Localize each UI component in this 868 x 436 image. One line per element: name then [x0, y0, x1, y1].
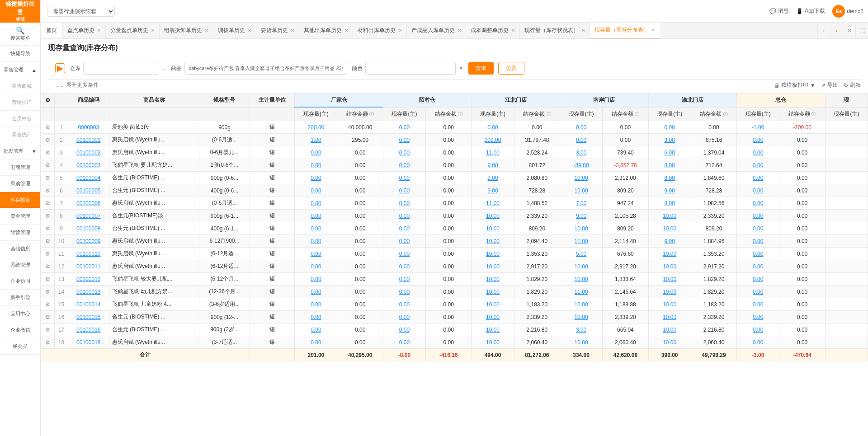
td-code[interactable]: 00100016 [68, 323, 109, 336]
td-mc-qty[interactable]: 0.00 [383, 134, 425, 146]
td-code[interactable]: 00100008 [68, 222, 109, 235]
td-fc-qty[interactable]: 0.00 [295, 184, 337, 197]
td-settings[interactable]: ⚙ [41, 311, 55, 323]
tab-inventory-count[interactable]: 盘点单历史 ✕ [63, 23, 106, 39]
td-code[interactable]: 00100010 [68, 248, 109, 260]
td-code[interactable]: 0000003 [68, 121, 109, 134]
td-mc-qty[interactable]: 0.00 [383, 311, 425, 323]
td-mc-qty[interactable]: 0.00 [383, 210, 425, 222]
td-jb-qty[interactable]: 11.00 [472, 146, 514, 159]
td-yb-qty[interactable]: 10.00 [648, 336, 691, 349]
td-settings[interactable]: ⚙ [41, 172, 55, 184]
td-fc-qty[interactable]: 0.00 [295, 286, 337, 298]
td-yb-qty[interactable]: 10.00 [648, 286, 691, 298]
td-code[interactable]: 00100006 [68, 197, 109, 210]
td-yb-qty[interactable]: 6.00 [648, 146, 691, 159]
td-total-qty[interactable]: 0.00 [737, 210, 779, 222]
td-code[interactable]: 00100014 [68, 298, 109, 311]
settings-button[interactable]: 设置 [498, 62, 524, 75]
td-na-qty[interactable]: 10.00 [560, 172, 603, 184]
td-settings[interactable]: ⚙ [41, 286, 55, 298]
td-jb-qty[interactable]: 10.00 [472, 323, 514, 336]
sidebar-item-retail-shop[interactable]: 零售商城 [0, 78, 40, 94]
sidebar-item-search[interactable]: 🔍 搜索英单 [0, 23, 40, 46]
td-mc-qty[interactable]: 0.00 [383, 184, 425, 197]
tab-stock-dist-close[interactable]: ✕ [651, 28, 655, 33]
sidebar-item-quicknav[interactable]: 快捷导航 [0, 46, 40, 62]
td-jb-qty[interactable]: 10.00 [472, 235, 514, 248]
td-na-qty[interactable]: 10.00 [560, 222, 603, 235]
td-total-qty[interactable]: 0.00 [737, 298, 779, 311]
td-code[interactable]: 00100015 [68, 311, 109, 323]
sidebar-item-ops[interactable]: 经营管理 [0, 225, 40, 241]
td-code[interactable]: 00100009 [68, 235, 109, 248]
td-total-qty[interactable]: 0.00 [737, 184, 779, 197]
td-code[interactable]: 00100001 [68, 134, 109, 146]
tab-assemble[interactable]: 组装拆卸单历史 ✕ [160, 23, 213, 39]
tab-stock-status-close[interactable]: ✕ [581, 28, 585, 33]
td-settings[interactable]: ⚙ [41, 210, 55, 222]
td-total-qty[interactable]: 0.00 [737, 197, 779, 210]
td-fc-qty[interactable]: 0.00 [295, 298, 337, 311]
td-jb-qty[interactable]: 10.00 [472, 286, 514, 298]
td-fc-qty[interactable]: 0.00 [295, 222, 337, 235]
td-fc-qty[interactable]: 0.00 [295, 260, 337, 273]
td-na-qty[interactable]: 11.00 [560, 235, 603, 248]
td-mc-qty[interactable]: 0.00 [383, 323, 425, 336]
td-code[interactable]: 00100005 [68, 184, 109, 197]
tab-material-out[interactable]: 材料出库单历史 ✕ [353, 23, 407, 39]
td-settings[interactable]: ⚙ [41, 121, 55, 134]
td-total-qty[interactable]: -1.00 [737, 121, 779, 134]
color-input[interactable] [365, 62, 456, 75]
tab-stock-status[interactable]: 现存量（库存状况表） ✕ [520, 23, 590, 39]
tab-sub-count-close[interactable]: ✕ [151, 28, 155, 33]
td-jb-qty[interactable]: 10.00 [472, 311, 514, 323]
td-na-qty[interactable]: 3.00 [560, 323, 603, 336]
filter-expand-button[interactable]: ▶ [55, 63, 65, 73]
td-yb-qty[interactable]: 3.00 [648, 134, 691, 146]
more-conditions-btn[interactable]: 展开更多条件 [66, 81, 99, 89]
td-settings[interactable]: ⚙ [41, 298, 55, 311]
tab-next-btn[interactable]: › [830, 23, 843, 39]
td-yb-qty[interactable]: 0.00 [648, 121, 691, 134]
td-fc-qty[interactable]: 0.00 [295, 159, 337, 172]
td-fc-qty[interactable]: 1.00 [295, 134, 337, 146]
sidebar-item-member[interactable]: 会员中心 [0, 111, 40, 127]
td-settings[interactable]: ⚙ [41, 273, 55, 286]
td-mc-qty[interactable]: 0.00 [383, 260, 425, 273]
td-jb-qty[interactable]: 10.00 [472, 260, 514, 273]
td-code[interactable]: 00100007 [68, 210, 109, 222]
sidebar-item-system[interactable]: 系统管理 [0, 257, 40, 273]
tab-transfer-close[interactable]: ✕ [248, 28, 251, 33]
td-na-qty[interactable]: 7.00 [560, 197, 603, 210]
tab-expand-btn[interactable]: ⛶ [855, 23, 868, 39]
goods-input[interactable] [184, 62, 347, 75]
tab-other-out[interactable]: 其他出库单历史 ✕ [299, 23, 353, 39]
td-total-qty[interactable]: 0.00 [737, 311, 779, 323]
tab-assemble-close[interactable]: ✕ [205, 28, 208, 33]
sidebar-item-marketing[interactable]: 营销推广 [0, 94, 40, 111]
td-settings[interactable]: ⚙ [41, 146, 55, 159]
td-jb-qty[interactable]: 10.00 [472, 210, 514, 222]
td-code[interactable]: 00100018 [68, 336, 109, 349]
sidebar-item-member2[interactable]: 畅会员 [0, 338, 40, 355]
tab-transfer[interactable]: 调拨单历史 ✕ [213, 23, 256, 39]
td-jb-qty[interactable]: 9.00 [472, 172, 514, 184]
td-fc-qty[interactable]: 0.00 [295, 235, 337, 248]
td-na-qty[interactable]: 5.00 [560, 248, 603, 260]
refresh-button[interactable]: ↻ 刷新 [844, 81, 861, 89]
td-code[interactable]: 00100012 [68, 273, 109, 286]
td-total-qty[interactable]: 0.00 [737, 134, 779, 146]
query-button[interactable]: 查询 [468, 62, 494, 75]
td-total-qty[interactable]: 0.00 [737, 260, 779, 273]
tab-prev-btn[interactable]: ‹ [817, 23, 830, 39]
td-total-qty[interactable]: 0.00 [737, 273, 779, 286]
td-na-qty[interactable]: 10.00 [560, 184, 603, 197]
tab-order[interactable]: 要货单历史 ✕ [256, 23, 299, 39]
td-jb-qty[interactable]: 10.00 [472, 273, 514, 286]
td-jb-qty[interactable]: 109.00 [472, 134, 514, 146]
user-menu[interactable]: Ea demo2 [832, 5, 863, 18]
td-mc-qty[interactable]: 0.00 [383, 273, 425, 286]
td-yb-qty[interactable]: 10.00 [648, 210, 691, 222]
td-total-qty[interactable]: 0.00 [737, 323, 779, 336]
